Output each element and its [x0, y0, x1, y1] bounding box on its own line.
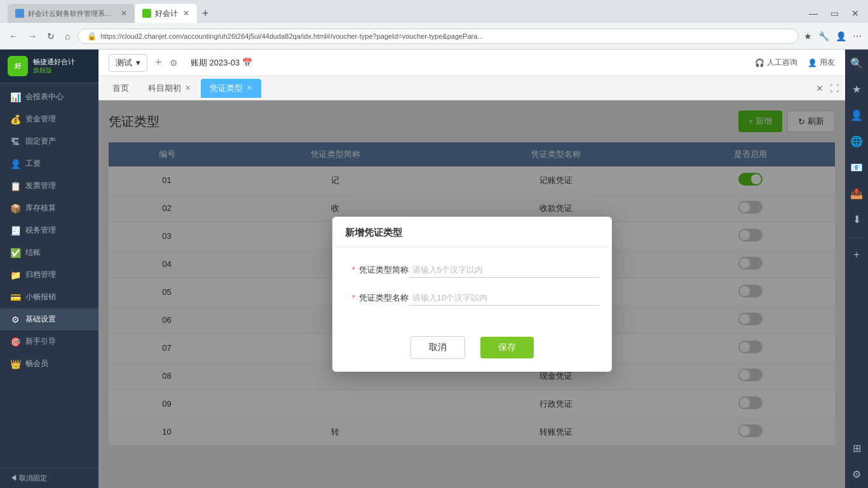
abbr-input[interactable] [409, 262, 599, 278]
rs-divider [850, 237, 863, 238]
tab-expand-button[interactable]: ⛶ [829, 82, 840, 95]
sidebar-label-member: 畅会员 [25, 358, 48, 369]
inventory-icon: 📦 [10, 203, 20, 214]
tab-subject-period[interactable]: 科目期初 ✕ [139, 79, 200, 98]
tax-icon: 🧾 [10, 226, 20, 236]
browser-chrome: 好会计云财务软件管理系统_会计 ✕ 好会计 ✕ + — ▭ ✕ ← → ↻ ⌂ … [0, 0, 868, 50]
tab-title-1: 好会计云财务软件管理系统_会计 [28, 9, 116, 18]
tab-minimize-button[interactable]: ✕ [815, 82, 825, 95]
forward-button[interactable]: → [25, 31, 39, 41]
tab-subject-close[interactable]: ✕ [185, 84, 191, 92]
browser-tab-2[interactable]: 好会计 ✕ [135, 4, 197, 23]
url-box[interactable]: 🔒 https://cloud2.chanjet.com/accounting/… [78, 29, 799, 44]
fixed-assets-icon: 🏗 [10, 137, 20, 147]
tab-home[interactable]: 首页 [104, 79, 138, 98]
company-name: 测试 [116, 57, 132, 69]
abbr-label: * 凭证类型简称 [345, 264, 409, 276]
period-label: 账期 [191, 57, 207, 69]
rs-gear-icon[interactable]: ⚙ [850, 466, 864, 483]
topbar-right: 🎧 人工咨询 👤 用友 [755, 57, 835, 68]
name-input[interactable] [409, 290, 599, 306]
sidebar-item-investments[interactable]: 📊 会投表中心 [0, 86, 98, 108]
rs-download-icon[interactable]: ⬇ [850, 211, 864, 228]
invoice-icon: 📋 [10, 181, 20, 191]
app-name-text: 畅捷通好合计 [33, 57, 75, 66]
calendar-icon[interactable]: 📅 [242, 58, 252, 67]
rs-user-icon[interactable]: 👤 [848, 107, 865, 124]
sidebar-item-invoice[interactable]: 📋 发票管理 [0, 175, 98, 197]
minimize-button[interactable]: — [805, 8, 822, 18]
period-info: 账期 2023-03 📅 [191, 57, 253, 69]
sidebar-label-finance: 资金管理 [25, 114, 56, 125]
settings-icon: ⚙ [10, 315, 20, 325]
sidebar-item-guide[interactable]: 🎯 新手引导 [0, 330, 98, 353]
period-value: 2023-03 [210, 58, 240, 67]
name-label: * 凭证类型名称 [345, 292, 409, 304]
refresh-button[interactable]: ↻ [44, 31, 57, 41]
sidebar-label-investments: 会投表中心 [25, 92, 64, 102]
abbr-label-text: 凭证类型简称 [359, 265, 409, 274]
sidebar-item-fixed-assets[interactable]: 🏗 固定资产 [0, 130, 98, 152]
sidebar-item-archive[interactable]: 📁 归档管理 [0, 264, 98, 286]
browser-tab-1[interactable]: 好会计云财务软件管理系统_会计 ✕ [8, 4, 135, 23]
name-required-mark: * [352, 293, 355, 302]
back-button[interactable]: ← [6, 31, 20, 41]
user-label: 用友 [820, 57, 835, 68]
rs-add-icon[interactable]: + [851, 247, 862, 263]
app-container: 好 畅捷通好合计 旗舰版 📊 会投表中心 💰 资金管理 🏗 固定资产 👤 工资 [0, 50, 868, 488]
url-text: https://cloud2.chanjet.com/accounting/uh… [100, 32, 789, 40]
sidebar-item-settings[interactable]: ⚙ 基础设置 [0, 308, 98, 330]
tab-voucher-label: 凭证类型 [210, 83, 243, 94]
tab-voucher-type[interactable]: 凭证类型 ✕ [201, 79, 261, 98]
settings-gear-icon[interactable]: ⚙ [170, 58, 178, 68]
dropdown-icon: ▾ [136, 58, 140, 67]
tab-window-controls: ✕ ⛶ [815, 82, 840, 95]
rs-search-icon[interactable]: 🔍 [848, 55, 865, 72]
more-icon[interactable]: ⋯ [853, 31, 862, 41]
rs-bookmark-icon[interactable]: ★ [850, 81, 864, 98]
sidebar-item-finance[interactable]: 💰 资金管理 [0, 108, 98, 130]
rs-outlook-icon[interactable]: 📧 [848, 159, 865, 176]
tab-close-1[interactable]: ✕ [121, 9, 127, 18]
user-button[interactable]: 👤 用友 [808, 57, 835, 68]
new-tab-button[interactable]: + [202, 7, 209, 20]
app-logo: 好 [8, 56, 28, 76]
consultant-label: 人工咨询 [767, 57, 797, 68]
guide-icon: 🎯 [10, 337, 20, 347]
sidebar-item-inventory[interactable]: 📦 库存核算 [0, 197, 98, 219]
tab-home-label: 首页 [112, 83, 129, 94]
home-button[interactable]: ⌂ [62, 31, 72, 41]
expense-icon: 💳 [10, 292, 20, 302]
profile-icon[interactable]: 👤 [836, 31, 846, 41]
sidebar-label-fixed-assets: 固定资产 [25, 136, 56, 147]
add-company-icon[interactable]: + [155, 56, 162, 69]
app-topbar: 测试 ▾ + ⚙ 账期 2023-03 📅 🎧 人工咨询 👤 用友 [98, 50, 845, 76]
archive-icon: 📁 [10, 270, 20, 280]
sidebar-item-member[interactable]: 👑 畅会员 [0, 353, 98, 375]
address-bar: ← → ↻ ⌂ 🔒 https://cloud2.chanjet.com/acc… [0, 23, 868, 50]
close-button[interactable]: ✕ [848, 8, 863, 18]
cancel-button[interactable]: 取消 [410, 336, 465, 359]
sidebar-item-salary[interactable]: 👤 工资 [0, 152, 98, 175]
save-button[interactable]: 保存 [480, 337, 534, 358]
cancel-pin-button[interactable]: ◀ 取消固定 [0, 468, 98, 488]
sidebar-label-settle: 结账 [25, 247, 41, 258]
finance-icon: 💰 [10, 114, 20, 125]
company-selector[interactable]: 测试 ▾ [109, 54, 147, 72]
extensions-icon[interactable]: 🔧 [818, 31, 829, 41]
sidebar-item-tax[interactable]: 🧾 税务管理 [0, 219, 98, 241]
favorites-icon[interactable]: ★ [804, 31, 812, 41]
restore-button[interactable]: ▭ [827, 8, 843, 18]
rs-grid-icon[interactable]: ⊞ [850, 440, 864, 457]
content-area: 凭证类型 + 新增 ↻ 刷新 编号 凭证类型简称 凭证类型名称 是否启用 [98, 100, 845, 488]
rs-share-icon[interactable]: 📤 [848, 185, 865, 202]
name-label-text: 凭证类型名称 [359, 293, 409, 302]
sidebar-label-inventory: 库存核算 [25, 203, 56, 214]
consultant-button[interactable]: 🎧 人工咨询 [755, 57, 797, 68]
app-name: 畅捷通好合计 旗舰版 [33, 57, 75, 75]
sidebar-item-settle[interactable]: ✅ 结账 [0, 241, 98, 264]
sidebar-item-expense[interactable]: 💳 小畅报销 [0, 286, 98, 308]
tab-voucher-close[interactable]: ✕ [247, 84, 252, 92]
rs-browser-icon[interactable]: 🌐 [848, 133, 865, 150]
tab-close-2[interactable]: ✕ [183, 9, 189, 18]
